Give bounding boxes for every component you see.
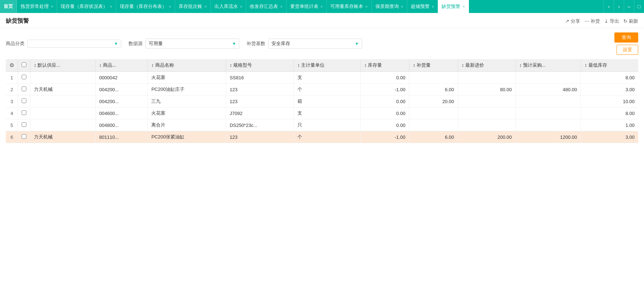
table-header-row: ⚙ ↕ 默认供应... ↕ 商品... ↕ 商品名称 ↕ xyxy=(6,59,638,72)
nav-tab-2[interactable]: 现存量（库存状况表） × xyxy=(57,0,116,13)
datasource-filter: 数据源 可用量 ▼ xyxy=(129,39,239,49)
close-icon[interactable]: × xyxy=(169,4,171,9)
row-checkbox[interactable] xyxy=(22,98,26,103)
row-num: 3 xyxy=(6,96,18,107)
close-icon[interactable]: × xyxy=(401,4,403,9)
export-button[interactable]: ⤓ 导出 xyxy=(604,18,619,25)
cell-estimated-purchase xyxy=(515,119,581,131)
cell-product-name: 火花塞 xyxy=(148,107,226,119)
data-table: ⚙ ↕ 默认供应... ↕ 商品... ↕ 商品名称 ↕ xyxy=(6,59,638,143)
nav-tab-home[interactable]: 首页 xyxy=(0,0,17,13)
table-body: 1 0000042 火花塞 SS816 支 0.00 8.00 2 力天机械 0… xyxy=(6,72,638,143)
cell-latest-price xyxy=(458,96,515,107)
datasource-label: 数据源 xyxy=(129,40,143,47)
nav-tab-1[interactable]: 拣货异常处理 × xyxy=(17,0,57,13)
nav-prev-button[interactable]: ‹ xyxy=(604,0,614,13)
cell-replenish-qty: 6.00 xyxy=(409,131,458,143)
cell-replenish-qty xyxy=(409,119,458,131)
close-icon[interactable]: × xyxy=(462,4,465,9)
cell-product-name: PC200张紧油缸 xyxy=(148,131,226,143)
datasource-value: 可用量 xyxy=(149,40,163,47)
close-icon[interactable]: × xyxy=(51,4,53,9)
cell-default-supplier xyxy=(30,96,96,107)
nav-maximize-button[interactable]: □ xyxy=(634,0,644,13)
query-button[interactable]: 查询 xyxy=(614,32,638,43)
row-num: 5 xyxy=(6,119,18,131)
cell-replenish-qty: 6.00 xyxy=(409,84,458,96)
nav-tab-7[interactable]: 要货单统计表 × xyxy=(287,0,327,13)
th-latest-price: ↕ 最新进价 xyxy=(458,59,515,72)
close-icon[interactable]: × xyxy=(321,4,323,9)
cell-min-stock: 3.00 xyxy=(581,131,638,143)
nav-tab-8[interactable]: 可用量库存账本 × xyxy=(327,0,371,13)
cell-latest-price xyxy=(458,72,515,84)
nav-tab-5[interactable]: 出入库流水 × xyxy=(211,0,246,13)
table-row: 6 力天机械 801110... PC200张紧油缸 123 个 -1.00 6… xyxy=(6,131,638,143)
cell-spec: DS250*23c... xyxy=(226,119,294,131)
nav-next-button[interactable]: › xyxy=(614,0,624,13)
row-num: 4 xyxy=(6,107,18,119)
row-checkbox-cell xyxy=(18,72,30,84)
table-row: 3 004200... 三九 123 箱 0.00 20.00 10.00 xyxy=(6,96,638,107)
cell-estimated-purchase: 1200.00 xyxy=(515,131,581,143)
share-button[interactable]: ↗ 分享 xyxy=(565,18,580,25)
row-checkbox[interactable] xyxy=(22,134,26,139)
close-icon[interactable]: × xyxy=(432,4,434,9)
close-icon[interactable]: × xyxy=(365,4,367,9)
close-icon[interactable]: × xyxy=(280,4,282,9)
cell-product-code: 004200... xyxy=(95,96,148,107)
cell-unit: 支 xyxy=(294,72,361,84)
nav-tab-4[interactable]: 库存批次账 × xyxy=(175,0,210,13)
row-checkbox-cell xyxy=(18,131,30,143)
cell-min-stock: 8.00 xyxy=(581,107,638,119)
page-header: 缺货预警 ↗ 分享 ⋯ 补货 ⤓ 导出 ↻ 刷新 xyxy=(0,13,644,28)
nav-controls: ‹ › – □ xyxy=(604,0,644,13)
category-select[interactable]: ▼ xyxy=(27,40,121,48)
cell-product-code: 004800... xyxy=(95,119,148,131)
row-checkbox[interactable] xyxy=(22,122,26,127)
cell-stock-qty: 0.00 xyxy=(361,96,409,107)
row-num: 6 xyxy=(6,131,18,143)
table-container: ⚙ ↕ 默认供应... ↕ 商品... ↕ 商品名称 ↕ xyxy=(0,59,644,143)
settings-button[interactable]: 设置 xyxy=(617,45,638,55)
cell-latest-price: 80.00 xyxy=(458,84,515,96)
row-checkbox[interactable] xyxy=(22,110,26,115)
replenish-button[interactable]: ⋯ 补货 xyxy=(584,18,600,25)
nav-tab-3[interactable]: 现存量（库存分布表） × xyxy=(116,0,175,13)
nav-minimize-button[interactable]: – xyxy=(624,0,634,13)
th-replenish-qty: ↕ 补货量 xyxy=(409,59,458,72)
row-checkbox[interactable] xyxy=(22,75,26,79)
nav-tab-6[interactable]: 收发存汇总表 × xyxy=(246,0,286,13)
row-checkbox-cell xyxy=(18,96,30,107)
nav-tab-11[interactable]: 缺货预警 × xyxy=(438,0,469,13)
th-settings: ⚙ xyxy=(6,59,18,72)
close-icon[interactable]: × xyxy=(110,4,112,9)
nav-tab-10[interactable]: 超储预警 × xyxy=(407,0,438,13)
refresh-button[interactable]: ↻ 刷新 xyxy=(623,18,638,25)
cell-min-stock: 10.00 xyxy=(581,96,638,107)
table-row: 4 004600... 火花塞 J7092 支 0.00 8.00 xyxy=(6,107,638,119)
close-icon[interactable]: × xyxy=(240,4,242,9)
cell-product-code: 004200... xyxy=(95,84,148,96)
cell-default-supplier: 力天机械 xyxy=(30,84,96,96)
close-icon[interactable]: × xyxy=(204,4,206,9)
gear-icon[interactable]: ⚙ xyxy=(9,62,14,68)
cell-spec: 123 xyxy=(226,84,294,96)
select-all-checkbox[interactable] xyxy=(22,62,26,67)
cell-default-supplier xyxy=(30,119,96,131)
cell-estimated-purchase xyxy=(515,107,581,119)
cell-estimated-purchase xyxy=(515,96,581,107)
cell-latest-price xyxy=(458,119,515,131)
th-stock-qty: ↕ 库存量 xyxy=(361,59,409,72)
cell-product-name: 三九 xyxy=(148,96,226,107)
replenish-basis-select[interactable]: 安全库存 ▼ xyxy=(268,39,362,49)
row-checkbox[interactable] xyxy=(22,87,26,91)
page-title: 缺货预警 xyxy=(6,17,29,25)
datasource-select[interactable]: 可用量 ▼ xyxy=(145,39,239,49)
nav-tab-9[interactable]: 保质期查询 × xyxy=(372,0,407,13)
chevron-down-icon: ▼ xyxy=(232,41,236,46)
cell-default-supplier: 力天机械 xyxy=(30,131,96,143)
cell-min-stock: 8.00 xyxy=(581,72,638,84)
cell-stock-qty: -1.00 xyxy=(361,84,409,96)
cell-spec: 123 xyxy=(226,96,294,107)
